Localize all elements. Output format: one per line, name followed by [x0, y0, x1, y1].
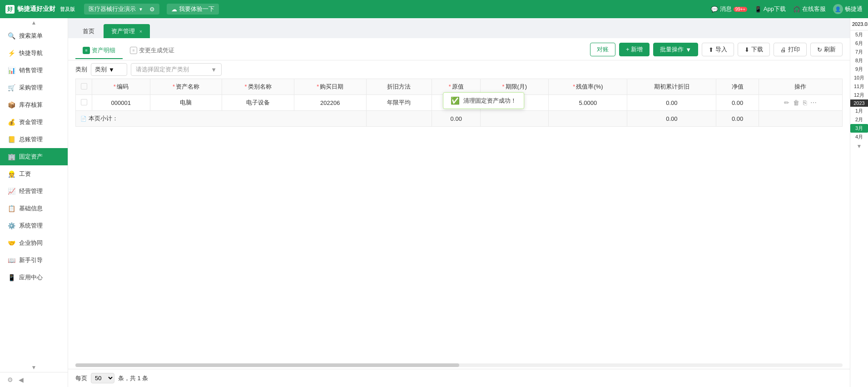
subtotal-label: 本页小计： [89, 115, 118, 122]
table-container[interactable]: *编码 *资产名称 *类别名称 *购买日期 [68, 79, 850, 362]
more-icon[interactable]: ⋯ [810, 99, 817, 106]
month-12[interactable]: 12月 [850, 91, 868, 99]
sidebar-scroll-up[interactable]: ▲ [0, 18, 68, 27]
row-checkbox-cell [76, 95, 92, 111]
company-selector[interactable]: 医疗器械行业演示 ▼ ⚙ [84, 4, 159, 15]
month-2[interactable]: 2月 [850, 115, 868, 124]
subtotal-period [481, 111, 549, 127]
sidebar-item-label: 搜索菜单 [19, 32, 43, 40]
user-info[interactable]: 👤 畅捷通 [833, 4, 863, 14]
sidebar-gear-icon[interactable]: ⚙ [7, 376, 13, 383]
sidebar-collapse-icon[interactable]: ◀ [19, 376, 24, 383]
experience-button[interactable]: ☁ 我要体验一下 [167, 4, 219, 15]
category-filter-select[interactable]: 类别 ▼ [91, 63, 127, 76]
search-icon: 🔍 [7, 32, 15, 40]
message-label: 消息 [720, 5, 732, 13]
reconcile-button[interactable]: 对账 [590, 43, 615, 56]
sidebar-item-app-center[interactable]: 📱 应用中心 [0, 269, 68, 286]
sub-tab-asset-detail[interactable]: ≡ 资产明细 [75, 44, 123, 59]
month-11[interactable]: 11月 [850, 82, 868, 91]
scrollbar-thumb [75, 363, 459, 367]
batch-ops-button[interactable]: 批量操作 ▼ [653, 43, 698, 56]
sidebar-item-label: 基础信息 [19, 204, 43, 213]
sidebar-item-label: 固定资产 [19, 153, 43, 161]
sidebar-item-label: 总账管理 [19, 135, 43, 144]
sidebar-item-purchase[interactable]: 🛒 采购管理 [0, 79, 68, 96]
fixed-assets-icon: 🏢 [7, 153, 15, 161]
row-checkbox[interactable] [81, 99, 87, 105]
inventory-icon: 📦 [7, 101, 15, 109]
edition-label: 普及版 [60, 6, 75, 13]
pagination: 每页 50 20 100 条，共 1 条 [68, 369, 850, 387]
logo-icon: 好 [5, 5, 15, 14]
tab-asset-management[interactable]: 资产管理 × [104, 24, 150, 38]
subtotal-original: 0.00 [432, 111, 481, 127]
refresh-button[interactable]: ↻ 刷新 [810, 43, 843, 56]
sidebar-item-label: 销售管理 [19, 66, 43, 74]
sidebar-item-sales[interactable]: 📊 销售管理 [0, 62, 68, 79]
select-all-checkbox[interactable] [81, 83, 87, 89]
sidebar-item-label: 应用中心 [19, 273, 43, 282]
sidebar-item-label: 快捷导航 [19, 49, 43, 57]
import-button[interactable]: ⬆ 导入 [702, 43, 734, 56]
app-download-button[interactable]: 📱 App下载 [754, 5, 786, 13]
finance-icon: 💰 [7, 118, 15, 126]
sidebar-item-label: 企业协同 [19, 239, 43, 247]
month-8[interactable]: 8月 [850, 56, 868, 65]
per-page-select[interactable]: 50 20 100 [91, 373, 114, 383]
subtotal-empty [366, 111, 432, 127]
sidebar-item-search[interactable]: 🔍 搜索菜单 [0, 27, 68, 45]
sidebar-item-label: 采购管理 [19, 84, 43, 92]
company-name: 医疗器械行业演示 [89, 5, 136, 13]
guide-icon: 📖 [7, 256, 15, 264]
copy-icon[interactable]: ⎘ [803, 99, 807, 106]
message-button[interactable]: 💬 消息 99++ [711, 5, 747, 13]
sidebar-item-enterprise[interactable]: 🤝 企业协同 [0, 234, 68, 252]
edit-icon[interactable]: ✏ [784, 99, 789, 106]
sidebar-item-finance[interactable]: 💰 资金管理 [0, 114, 68, 131]
sidebar-item-fixed-assets[interactable]: 🏢 固定资产 [0, 148, 68, 165]
tab-close-button[interactable]: × [139, 29, 142, 34]
print-icon: 🖨 [780, 46, 786, 53]
sidebar-item-system[interactable]: ⚙️ 系统管理 [0, 217, 68, 234]
tab-home[interactable]: 首页 [75, 25, 102, 38]
month-scroll-down[interactable]: ▼ [850, 141, 868, 151]
download-button[interactable]: ⬇ 下载 [738, 43, 770, 56]
month-7[interactable]: 7月 [850, 48, 868, 56]
refresh-icon: ↻ [817, 46, 822, 53]
horizontal-scrollbar[interactable] [75, 363, 843, 367]
month-9[interactable]: 9月 [850, 65, 868, 74]
enterprise-icon: 🤝 [7, 239, 15, 247]
new-button[interactable]: + 新增 [619, 43, 650, 56]
sidebar-item-quick-nav[interactable]: ⚡ 快捷导航 [0, 45, 68, 62]
sidebar-scroll-down[interactable]: ▼ [0, 363, 68, 372]
month-10[interactable]: 10月 [850, 74, 868, 82]
sidebar-item-guide[interactable]: 📖 新手引导 [0, 252, 68, 269]
month-5[interactable]: 5月 [850, 30, 868, 39]
month-4[interactable]: 4月 [850, 133, 868, 141]
col-header-code: *编码 [92, 79, 150, 95]
sidebar-item-inventory[interactable]: 📦 库存核算 [0, 96, 68, 114]
sidebar-item-ledger[interactable]: 📒 总账管理 [0, 131, 68, 148]
sidebar-item-payroll[interactable]: 👷 工资 [0, 165, 68, 183]
main-layout: ▲ 🔍 搜索菜单 ⚡ 快捷导航 📊 销售管理 🛒 采购管理 📦 库存核算 [0, 18, 868, 387]
table-wrapper: *编码 *资产名称 *类别名称 *购买日期 [68, 79, 850, 362]
content-area: 首页 资产管理 × ≡ 资产明细 ≡ [68, 18, 850, 387]
sidebar-item-basic-info[interactable]: 📋 基础信息 [0, 200, 68, 217]
month-3-current[interactable]: 3月 [850, 124, 868, 133]
change-voucher-tab-icon: ≡ [130, 47, 137, 54]
category-type-input[interactable]: 请选择固定资产类别 ▼ [131, 63, 222, 76]
online-service-label: 在线客服 [802, 5, 826, 13]
tab-label: 资产管理 [111, 28, 135, 35]
settings-icon[interactable]: ⚙ [149, 6, 155, 13]
month-6[interactable]: 6月 [850, 39, 868, 48]
delete-icon[interactable]: 🗑 [793, 99, 799, 106]
col-header-checkbox [76, 79, 92, 95]
online-service-button[interactable]: 🎧 在线客服 [793, 5, 826, 13]
row-name: 电脑 [150, 95, 222, 111]
sub-tab-change-voucher[interactable]: ≡ 变更生成凭证 [123, 44, 182, 59]
sidebar-item-operations[interactable]: 📈 经营管理 [0, 183, 68, 200]
ledger-icon: 📒 [7, 135, 15, 144]
month-1[interactable]: 1月 [850, 107, 868, 115]
print-button[interactable]: 🖨 打印 [774, 43, 807, 56]
